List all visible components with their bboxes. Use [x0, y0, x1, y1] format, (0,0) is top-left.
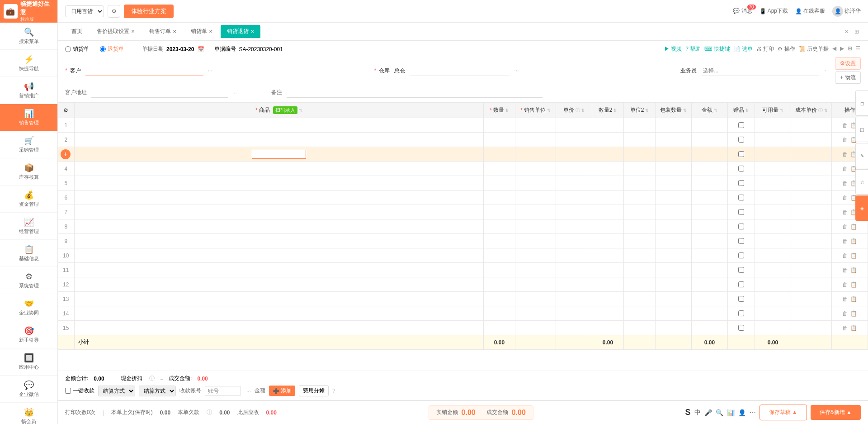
price-cell-9[interactable] [556, 234, 592, 248]
amount-cell-5[interactable] [692, 176, 728, 191]
pack-qty-cell-10[interactable] [656, 248, 692, 263]
sidebar-item-guide[interactable]: 🎯 新手引导 [0, 321, 57, 348]
fenyou-btn[interactable]: 费用分摊 [299, 385, 329, 396]
unit-cell-12[interactable] [515, 277, 556, 292]
remark-input[interactable] [287, 87, 542, 98]
delete-icon-10[interactable]: 🗑 [842, 252, 848, 259]
customer-more-icon[interactable]: ··· [208, 67, 212, 74]
tool1-icon[interactable]: 中 [694, 409, 701, 417]
gift-chk-2[interactable] [738, 137, 744, 143]
quick-btn-5[interactable]: ◈ [855, 195, 868, 221]
customer-input[interactable] [85, 66, 203, 76]
price-cell-10[interactable] [556, 248, 592, 263]
unit-cell-15[interactable] [515, 321, 556, 335]
gift-chk-6[interactable] [738, 195, 744, 200]
save-draft-dropdown-icon[interactable]: ▲ [792, 409, 797, 415]
product-cell-1[interactable] [74, 118, 484, 133]
unit2-cell-7[interactable] [624, 205, 656, 219]
pack-qty-cell-8[interactable] [656, 219, 692, 234]
pack-qty-cell-7[interactable] [656, 205, 692, 219]
sidebar-item-enterprise[interactable]: 🤝 企业协同 [0, 294, 57, 321]
product-cell-7[interactable] [74, 205, 484, 219]
settings-action-btn[interactable]: ⚙设置 [835, 57, 861, 70]
product-cell-13[interactable] [74, 292, 484, 306]
qty-cell-12[interactable] [484, 277, 515, 292]
price-cell-8[interactable] [556, 219, 592, 234]
quick-btn-3[interactable]: ✎ [855, 143, 868, 168]
unit2-cell-5[interactable] [624, 176, 656, 191]
gift-chk-1[interactable] [738, 122, 744, 128]
shortcut-btn[interactable]: ⌨ 快捷键 [704, 45, 730, 53]
qty-cell-3[interactable] [484, 147, 515, 162]
qty2-cell-7[interactable] [592, 205, 624, 219]
qty2-cell-3[interactable] [592, 147, 624, 162]
pack-qty-cell-13[interactable] [656, 292, 692, 306]
delete-icon-7[interactable]: 🗑 [842, 209, 848, 215]
product-cell-12[interactable] [74, 277, 484, 292]
price-cell-15[interactable] [556, 321, 592, 335]
tab-home[interactable]: 首页 [65, 25, 89, 38]
tab-close-sale-order[interactable]: ✕ [173, 29, 176, 34]
price-cell-7[interactable] [556, 205, 592, 219]
sidebar-item-purchase[interactable]: 🛒 采购管理 [0, 131, 57, 158]
warehouse-more-icon[interactable]: ··· [514, 67, 519, 74]
cost-cell-15[interactable] [791, 321, 832, 335]
sidebar-item-sales[interactable]: 📊 销售管理 [0, 104, 57, 131]
sidebar-item-search[interactable]: 🔍 搜索菜单 [0, 23, 57, 50]
calc-select[interactable]: 结算方式 [139, 386, 176, 396]
gift-cell-12[interactable] [728, 277, 755, 292]
gift-cell-13[interactable] [728, 292, 755, 306]
qty-cell-9[interactable] [484, 234, 515, 248]
unit2-cell-11[interactable] [624, 263, 656, 277]
table-row[interactable]: 10 🗑 📋 [58, 248, 868, 263]
industry-select[interactable]: 日用百货 [65, 5, 104, 17]
address-input[interactable] [91, 87, 228, 98]
price-cell-11[interactable] [556, 263, 592, 277]
gift-cell-14[interactable] [728, 306, 755, 321]
delete-icon-12[interactable]: 🗑 [842, 281, 848, 288]
qty-cell-5[interactable] [484, 176, 515, 191]
unit-cell-2[interactable] [515, 133, 556, 147]
unit2-cell-12[interactable] [624, 277, 656, 292]
add-btn[interactable]: ➕ 添加 [269, 386, 295, 396]
gear-th-icon[interactable]: ⚙ [63, 107, 68, 114]
radio-return-label[interactable]: 退货单 [100, 45, 124, 53]
unit2-cell-2[interactable] [624, 133, 656, 147]
app-download-btn[interactable]: 📱 App下载 [760, 7, 788, 15]
table-row[interactable]: 2 🗑 📋 [58, 133, 868, 147]
price-cell-13[interactable] [556, 292, 592, 306]
qty-cell-6[interactable] [484, 191, 515, 205]
gift-chk-7[interactable] [738, 209, 744, 215]
price-cell-1[interactable] [556, 118, 592, 133]
amount-cell-14[interactable] [692, 306, 728, 321]
unit2-cell-14[interactable] [624, 306, 656, 321]
cost-cell-5[interactable] [791, 176, 832, 191]
pack-qty-cell-1[interactable] [656, 118, 692, 133]
cost-cell-14[interactable] [791, 306, 832, 321]
product-cell-8[interactable] [74, 219, 484, 234]
product-cell-6[interactable] [74, 191, 484, 205]
tab-close-all-btn[interactable]: ✕ [843, 29, 851, 35]
pack-qty-cell-4[interactable] [656, 162, 692, 176]
amount-cell-11[interactable] [692, 263, 728, 277]
qty-cell-4[interactable] [484, 162, 515, 176]
table-row[interactable]: 8 🗑 📋 [58, 219, 868, 234]
gift-cell-15[interactable] [728, 321, 755, 335]
sidebar-item-marketing[interactable]: 📢 营销推广 [0, 77, 57, 104]
gift-chk-14[interactable] [738, 310, 744, 316]
fenyou-help-icon[interactable]: ? [332, 388, 335, 394]
copy-icon-9[interactable]: 📋 [850, 238, 857, 244]
copy-icon-13[interactable]: 📋 [850, 296, 857, 302]
unit-cell-9[interactable] [515, 234, 556, 248]
grid-view-btn[interactable]: ⊞ [848, 45, 852, 53]
product-cell-4[interactable] [74, 162, 484, 176]
available-cell-13[interactable] [755, 292, 791, 306]
nav-next[interactable]: ▶ [840, 45, 844, 53]
unit2-cell-4[interactable] [624, 162, 656, 176]
calendar-icon[interactable]: 📅 [198, 46, 204, 52]
radio-sale[interactable] [65, 46, 71, 52]
message-btn[interactable]: 💬 消息 70 [733, 7, 752, 15]
trial-btn[interactable]: 体验行业方案 [124, 5, 174, 18]
unit-cell-13[interactable] [515, 292, 556, 306]
history-btn[interactable]: 📜 历史单据 [799, 45, 829, 53]
